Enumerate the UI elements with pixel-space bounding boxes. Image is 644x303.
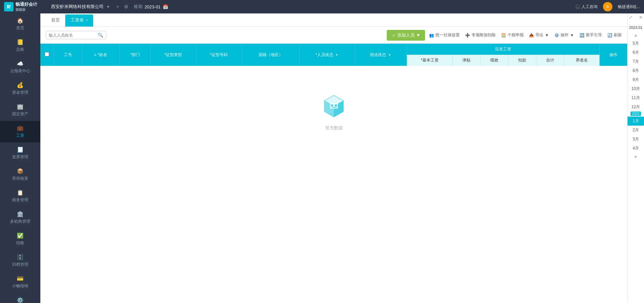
sidebar-item-invoice[interactable]: 🧾 发票管理 bbox=[0, 142, 40, 164]
add-company-btn[interactable]: ＋ bbox=[115, 4, 120, 10]
month-item-1[interactable]: 1月 bbox=[628, 117, 644, 126]
refresh-btn[interactable]: 🔄 刷新 bbox=[607, 32, 622, 38]
year-badge: 2023 bbox=[631, 112, 641, 116]
settings-icon[interactable]: ⚙ bbox=[124, 4, 128, 9]
user-name[interactable]: 畅捷通B组... bbox=[618, 4, 640, 10]
fixed-icon: 🏢 bbox=[17, 103, 24, 110]
panel-expand-btn[interactable]: ⤢ bbox=[629, 15, 633, 20]
operate-label: 操作 bbox=[561, 32, 569, 38]
add-btn-label: 添加人员 bbox=[397, 32, 415, 38]
month-item-3[interactable]: 3月 bbox=[628, 135, 644, 144]
user-avatar: B bbox=[603, 2, 612, 11]
month-item-10[interactable]: 10月 bbox=[628, 84, 644, 93]
sidebar-item-settle[interactable]: ✅ 结账 bbox=[0, 228, 40, 250]
search-input[interactable] bbox=[49, 33, 96, 38]
empty-cube-icon bbox=[320, 93, 347, 120]
add-person-button[interactable]: ＋ 添加人员 ▼ bbox=[387, 30, 425, 41]
svg-point-6 bbox=[335, 104, 337, 106]
sidebar-item-inventory[interactable]: 📦 库存核算 bbox=[0, 164, 40, 185]
month-item-7[interactable]: 7月 bbox=[628, 57, 644, 66]
tab-salary-close[interactable]: × bbox=[86, 18, 88, 22]
sidebar-item-multi[interactable]: 🏛️ 多机构管理 bbox=[0, 207, 40, 228]
settle-icon: ✅ bbox=[17, 232, 24, 239]
header-name: ⇅ *姓名 bbox=[82, 44, 120, 66]
search-box[interactable]: 🔍 bbox=[46, 31, 106, 39]
sidebar-label-capital: 资金管理 bbox=[12, 90, 28, 95]
operate-btn[interactable]: ⚙️ 操作 ▼ bbox=[554, 32, 574, 38]
special-deduct-btn[interactable]: ➕ 专项附加扣除 bbox=[465, 32, 496, 38]
month-item-2[interactable]: 2月 bbox=[628, 126, 644, 135]
salary-table: 工号 ⇅ *姓名 *部门 *证型类型 *证型号码 国籍（地区） *人员状态 ▼ … bbox=[40, 44, 627, 158]
tax-icon: 📋 bbox=[17, 189, 24, 196]
sidebar-item-archive[interactable]: 🗄️ 归档管理 bbox=[0, 250, 40, 271]
period-info: 账期 2023-01 📅 bbox=[134, 4, 168, 10]
header-actions: ＋ ⚙ bbox=[115, 4, 128, 10]
home-icon: 🏠 bbox=[17, 17, 24, 24]
empty-text: 暂无数据 bbox=[325, 125, 343, 131]
table-header-row: 工号 ⇅ *姓名 *部门 *证型类型 *证型号码 国籍（地区） *人员状态 ▼ … bbox=[40, 44, 627, 55]
company-dropdown-arrow[interactable]: ▼ bbox=[106, 5, 110, 9]
header-total: 合计 bbox=[536, 55, 564, 66]
sidebar-item-cloud[interactable]: ☁️ 云报表中心 bbox=[0, 56, 40, 78]
header-nationality: 国籍（地区） bbox=[242, 44, 300, 66]
social-label: 统一社保设置 bbox=[435, 32, 460, 38]
logo-subtitle: 旗舰版 bbox=[15, 7, 37, 12]
sidebar-label-home: 首页 bbox=[16, 25, 24, 31]
month-item-9[interactable]: 9月 bbox=[628, 75, 644, 84]
sidebar-label-cloud: 云报表中心 bbox=[10, 68, 30, 74]
tab-home-label: 首页 bbox=[51, 17, 60, 23]
company-name[interactable]: 西安虾米网络科技有限公司 bbox=[51, 4, 104, 10]
sidebar-item-home[interactable]: 🏠 首页 bbox=[0, 13, 40, 35]
header-allowance: 津贴 bbox=[453, 55, 481, 66]
month-item-4[interactable]: 4月 bbox=[628, 144, 644, 153]
tab-salary[interactable]: 工资表 × bbox=[65, 14, 93, 27]
month-item-6[interactable]: 6月 bbox=[628, 48, 644, 57]
new-guide-label: 新手引导 bbox=[586, 32, 602, 38]
sidebar-item-salary[interactable]: 💼 工资 bbox=[0, 121, 40, 142]
sidebar-item-tax[interactable]: 📋 税务管理 bbox=[0, 185, 40, 207]
sidebar-item-capital[interactable]: 💰 资金管理 bbox=[0, 78, 40, 99]
report-status-filter-icon[interactable]: ▼ bbox=[388, 53, 391, 57]
top-header: 财 畅通好会计 旗舰版 西安虾米网络科技有限公司 ▼ ＋ ⚙ 账期 2023-0… bbox=[0, 0, 644, 13]
tax-report-btn[interactable]: 🧮 个税申报 bbox=[501, 32, 524, 38]
select-all-checkbox[interactable] bbox=[45, 52, 49, 56]
expense-icon: 💳 bbox=[17, 275, 24, 282]
operate-icon: ⚙️ bbox=[554, 33, 559, 38]
month-item-11[interactable]: 11月 bbox=[628, 93, 644, 102]
month-item-8[interactable]: 8月 bbox=[628, 66, 644, 75]
sidebar-label-tax: 税务管理 bbox=[12, 197, 28, 203]
export-btn[interactable]: 📤 导出 ▼ bbox=[529, 32, 549, 38]
header-pension: 养老名 bbox=[564, 55, 600, 66]
sidebar-item-expense[interactable]: 💳 小畅报销 bbox=[0, 271, 40, 293]
sidebar-item-ledger[interactable]: 📒 总账 bbox=[0, 35, 40, 56]
sidebar-item-fixed[interactable]: 🏢 固定资产 bbox=[0, 99, 40, 121]
sidebar-label-expense: 小畅报销 bbox=[12, 283, 28, 289]
month-item-12[interactable]: 12月 bbox=[628, 102, 644, 112]
deduct-label: 专项附加扣除 bbox=[471, 32, 496, 38]
header-checkbox-col bbox=[40, 44, 54, 66]
main-layout: 🏠 首页 📒 总账 ☁️ 云报表中心 💰 资金管理 🏢 固定资产 💼 工资 🧾 … bbox=[0, 13, 644, 303]
tab-bar: 首页 工资表 × bbox=[40, 13, 627, 27]
sidebar-label-ledger: 总账 bbox=[16, 47, 24, 52]
calendar-icon[interactable]: 📅 bbox=[163, 4, 168, 9]
social-settings-btn[interactable]: 👥 统一社保设置 bbox=[429, 32, 460, 38]
panel-close-btn[interactable]: ✕ bbox=[639, 15, 643, 20]
month-item-5[interactable]: 5月 bbox=[628, 39, 644, 48]
panel-down-arrow[interactable]: ▼ bbox=[634, 153, 638, 161]
period-label: 账期 bbox=[134, 4, 143, 10]
multi-icon: 🏛️ bbox=[17, 211, 24, 217]
support-button[interactable]: 🎧 人工咨询 bbox=[575, 4, 598, 10]
new-guide-btn[interactable]: 🆕 新手引导 bbox=[579, 32, 602, 38]
search-icon: 🔍 bbox=[98, 33, 103, 38]
panel-up-arrow[interactable]: ▲ bbox=[634, 31, 638, 39]
header-operation: 操作 bbox=[600, 44, 627, 66]
header-number: 工号 bbox=[54, 44, 82, 66]
period-display: 2023.01 bbox=[628, 24, 644, 31]
logo-icon: 财 bbox=[4, 2, 13, 11]
company-selector[interactable]: 西安虾米网络科技有限公司 ▼ bbox=[51, 4, 110, 10]
sidebar-item-settings[interactable]: ⚙️ 基础设置 bbox=[0, 293, 40, 303]
add-btn-arrow: ▼ bbox=[416, 33, 420, 38]
tab-home[interactable]: 首页 bbox=[46, 14, 65, 27]
name-sort-icon[interactable]: ⇅ bbox=[94, 53, 97, 57]
person-status-filter-icon[interactable]: ▼ bbox=[335, 53, 338, 57]
